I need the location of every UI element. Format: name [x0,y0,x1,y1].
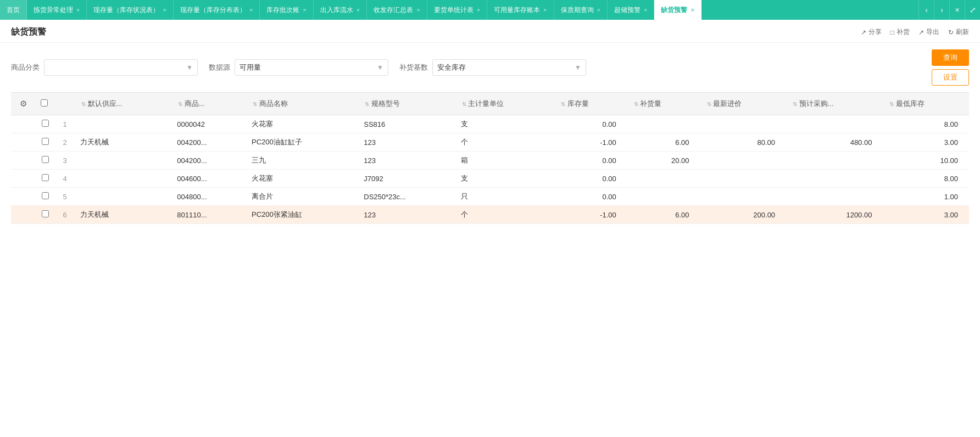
chevron-down-icon: ▼ [186,64,193,71]
gear-icon[interactable]: ⚙ [16,97,30,110]
chevron-down-icon: ▼ [377,64,383,71]
datasource-select[interactable]: 可用量 ▼ [235,59,388,76]
row-index: 4 [55,170,75,188]
row-checkbox-cell [35,188,55,206]
select-all-checkbox[interactable] [41,99,48,107]
index-column-header [55,93,75,115]
action-buttons: 查询 设置 [932,49,969,86]
datasource-label: 数据源 [209,63,230,72]
tab-picking-exception[interactable]: 拣货异常处理 × [27,0,87,20]
row-product-name: 三九 [246,152,358,170]
close-icon[interactable]: × [543,7,547,13]
replenish-sort-icon: ⇅ [634,101,638,107]
row-replenish: 6.00 [627,133,700,152]
close-icon[interactable]: × [357,7,360,13]
row-latest-price [700,188,787,206]
tab-summary[interactable]: 收发存汇总表 × [367,0,427,20]
table-row: 2 力天机械 004200... PC200油缸缸子 123 个 -1.00 6… [11,133,969,152]
tab-home[interactable]: 首页 [0,0,27,20]
settings-button[interactable]: 设置 [932,69,969,86]
tab-overstock-warning[interactable]: 超储预警 × [608,0,654,20]
row-stock: 0.00 [554,152,627,170]
row-checkbox-cell [35,170,55,188]
tab-inventory-dist[interactable]: 现存量（库存分布表） × [174,0,260,20]
row-latest-price [700,115,787,133]
datasource-filter-group: 数据源 可用量 ▼ [209,59,388,76]
row-settings-cell [11,115,35,133]
close-icon[interactable]: × [416,7,420,13]
row-checkbox[interactable] [42,120,49,127]
close-icon[interactable]: × [249,7,253,13]
row-spec: 123 [358,133,455,152]
row-est-purchase: 1200.00 [786,206,883,224]
stock-column-header: ⇅ 库存量 [554,93,627,115]
tab-expiry-query[interactable]: 保质期查询 × [554,0,608,20]
row-checkbox[interactable] [42,192,49,199]
row-settings-cell [11,152,35,170]
table-container: ⚙ ⇅ 默认供应... ⇅ 商品... ⇅ [0,92,980,224]
table-row: 5 004800... 离合片 DS250*23c... 只 0.00 1.00 [11,188,969,206]
replenish-button[interactable]: □ 补货 [890,27,910,37]
tab-inout-flow[interactable]: 出入库流水 × [314,0,367,20]
row-min-stock: 3.00 [883,206,969,224]
refresh-button[interactable]: ↻ 刷新 [948,27,969,37]
replenish-base-select[interactable]: 安全库存 ▼ [432,59,586,76]
close-icon[interactable]: × [477,7,480,13]
row-stock: -1.00 [554,206,627,224]
row-checkbox[interactable] [42,174,49,181]
row-settings-cell [11,133,35,152]
row-stock: -1.00 [554,133,627,152]
category-select[interactable]: ▼ [44,59,198,76]
close-icon[interactable]: × [76,7,80,13]
row-spec: J7092 [358,170,455,188]
unit-sort-icon: ⇅ [462,101,466,107]
tab-available-ledger[interactable]: 可用量库存账本 × [487,0,554,20]
row-checkbox-cell [35,115,55,133]
share-button[interactable]: ↗ 分享 [861,27,882,37]
row-checkbox[interactable] [42,156,49,163]
row-product-name: PC200张紧油缸 [246,206,358,224]
query-button[interactable]: 查询 [932,49,969,66]
settings-column-header: ⚙ [11,93,35,115]
tab-order-stats[interactable]: 要货单统计表 × [427,0,487,20]
nav-next-button[interactable]: › [934,0,949,20]
category-filter-group: 商品分类 ▼ [11,59,198,76]
row-supplier: 力天机械 [75,133,171,152]
spec-column-header: ⇅ 规格型号 [358,93,455,115]
table-header-row: ⚙ ⇅ 默认供应... ⇅ 商品... ⇅ [11,93,969,115]
row-min-stock: 8.00 [883,115,969,133]
row-index: 2 [55,133,75,152]
row-latest-price [700,170,787,188]
row-checkbox[interactable] [42,138,49,145]
close-icon[interactable]: × [691,7,694,13]
row-replenish [627,115,700,133]
category-label: 商品分类 [11,63,40,72]
row-min-stock: 1.00 [883,188,969,206]
tab-shortage-warning[interactable]: 缺货预警 × [654,0,701,20]
top-navigation: 首页 拣货异常处理 × 现存量（库存状况表） × 现存量（库存分布表） × 库存… [0,0,980,20]
row-unit: 只 [455,188,554,206]
row-product-name: 离合片 [246,188,358,206]
close-icon[interactable]: × [644,7,647,13]
row-est-purchase [786,188,883,206]
tab-batch-account[interactable]: 库存批次账 × [260,0,313,20]
row-checkbox[interactable] [42,210,49,217]
row-unit: 支 [455,115,554,133]
row-supplier [75,188,171,206]
export-button[interactable]: ↗ 导出 [918,27,939,37]
nav-prev-button[interactable]: ‹ [918,0,934,20]
row-index: 3 [55,152,75,170]
product-code-column-header: ⇅ 商品... [171,93,246,115]
close-icon[interactable]: × [163,7,166,13]
page-header: 缺货预警 ↗ 分享 □ 补货 ↗ 导出 ↻ 刷新 [0,20,980,43]
nav-close-button[interactable]: × [949,0,965,20]
est-purchase-sort-icon: ⇅ [793,101,797,107]
row-product-code: 004600... [171,170,246,188]
row-product-name: 火花塞 [246,170,358,188]
close-icon[interactable]: × [597,7,600,13]
row-replenish [627,188,700,206]
tab-inventory-status[interactable]: 现存量（库存状况表） × [87,0,173,20]
row-supplier [75,170,171,188]
nav-expand-button[interactable]: ⤢ [965,0,980,20]
close-icon[interactable]: × [303,7,306,13]
